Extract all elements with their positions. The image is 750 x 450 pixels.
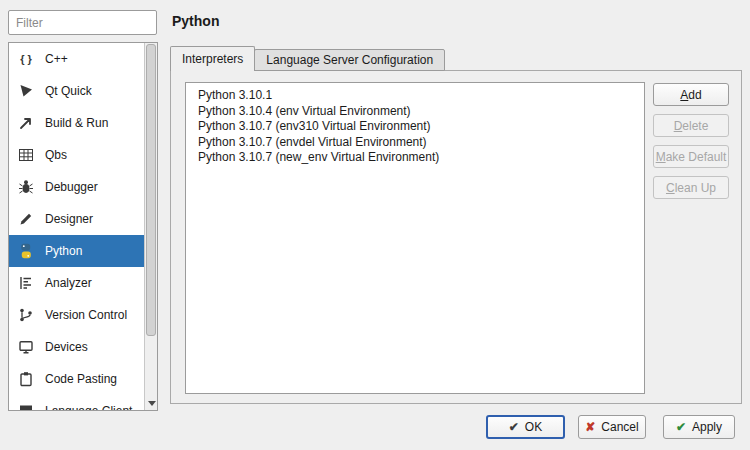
svg-text:{ }: { } bbox=[20, 53, 32, 65]
tab-interpreters[interactable]: Interpreters bbox=[170, 46, 255, 71]
pennant-icon bbox=[16, 81, 36, 101]
tab-bar: Interpreters Language Server Configurati… bbox=[170, 46, 444, 71]
scrollbar-down-arrow-icon[interactable] bbox=[145, 396, 158, 410]
delete-button[interactable]: Delete bbox=[653, 114, 729, 137]
list-item[interactable]: Python 3.10.1 bbox=[186, 88, 644, 104]
cancel-icon: ✘ bbox=[585, 421, 595, 433]
interpreter-list[interactable]: Python 3.10.1 Python 3.10.4 (env Virtual… bbox=[185, 82, 645, 394]
meter-icon bbox=[16, 273, 36, 293]
diagonal-arrow-icon bbox=[16, 113, 36, 133]
clean-up-button[interactable]: Clean Up bbox=[653, 176, 729, 199]
sidebar-item-python[interactable]: Python bbox=[9, 235, 144, 267]
ok-icon: ✔ bbox=[509, 421, 519, 433]
interpreter-actions: Add Delete Make Default Clean Up bbox=[653, 83, 729, 199]
grid-icon bbox=[16, 145, 36, 165]
sidebar-item-label: Designer bbox=[45, 212, 93, 226]
cancel-button-label: Cancel bbox=[601, 420, 638, 434]
apply-button-label: Apply bbox=[692, 420, 722, 434]
sidebar-item-version-control[interactable]: Version Control bbox=[9, 299, 144, 331]
add-button[interactable]: Add bbox=[653, 83, 729, 106]
sidebar-item-language-client[interactable]: Language Client bbox=[9, 395, 144, 411]
sidebar-item-label: C++ bbox=[45, 52, 68, 66]
sidebar-item-label: Qbs bbox=[45, 148, 67, 162]
page-title: Python bbox=[172, 13, 219, 29]
bug-icon bbox=[16, 177, 36, 197]
interpreters-panel: Python 3.10.1 Python 3.10.4 (env Virtual… bbox=[170, 70, 742, 404]
sidebar-item-cpp[interactable]: { } C++ bbox=[9, 43, 144, 75]
cancel-button[interactable]: ✘ Cancel bbox=[578, 415, 646, 439]
sidebar-item-label: Debugger bbox=[45, 180, 98, 194]
make-default-button[interactable]: Make Default bbox=[653, 145, 729, 168]
apply-icon: ✔ bbox=[676, 421, 686, 433]
ok-button-label: OK bbox=[525, 420, 542, 434]
sidebar-item-label: Devices bbox=[45, 340, 88, 354]
sidebar-item-label: Build & Run bbox=[45, 116, 108, 130]
sidebar-item-label: Version Control bbox=[45, 308, 127, 322]
sidebar-item-label: Code Pasting bbox=[45, 372, 117, 386]
list-item[interactable]: Python 3.10.7 (new_env Virtual Environme… bbox=[186, 150, 644, 166]
sidebar-item-label: Qt Quick bbox=[45, 84, 92, 98]
braces-icon: { } bbox=[16, 49, 36, 69]
sidebar-item-label: Python bbox=[45, 244, 82, 258]
apply-button[interactable]: ✔ Apply bbox=[663, 415, 735, 439]
clean-up-button-label: Clean Up bbox=[654, 181, 728, 195]
tab-language-server-configuration[interactable]: Language Server Configuration bbox=[254, 49, 445, 71]
list-item[interactable]: Python 3.10.7 (env310 Virtual Environmen… bbox=[186, 119, 644, 135]
sidebar-item-qbs[interactable]: Qbs bbox=[9, 139, 144, 171]
branch-icon bbox=[16, 305, 36, 325]
list-item[interactable]: Python 3.10.7 (envdel Virtual Environmen… bbox=[186, 135, 644, 151]
sidebar-item-build-run[interactable]: Build & Run bbox=[9, 107, 144, 139]
sidebar-item-code-pasting[interactable]: Code Pasting bbox=[9, 363, 144, 395]
monitor-icon bbox=[16, 337, 36, 357]
ok-button[interactable]: ✔ OK bbox=[486, 415, 565, 439]
scrollbar-thumb[interactable] bbox=[146, 44, 156, 336]
make-default-button-label: Make Default bbox=[654, 150, 728, 164]
sidebar-item-debugger[interactable]: Debugger bbox=[9, 171, 144, 203]
category-list: { } C++ Qt Quick Build & Run bbox=[9, 43, 144, 411]
sidebar-item-qt-quick[interactable]: Qt Quick bbox=[9, 75, 144, 107]
sidebar-item-analyzer[interactable]: Analyzer bbox=[9, 267, 144, 299]
sidebar-item-designer[interactable]: Designer bbox=[9, 203, 144, 235]
sidebar-scrollbar[interactable] bbox=[144, 43, 157, 410]
delete-button-label: Delete bbox=[654, 119, 728, 133]
sidebar-item-label: Language Client bbox=[45, 404, 132, 411]
sidebar-item-devices[interactable]: Devices bbox=[9, 331, 144, 363]
clipboard-icon bbox=[16, 369, 36, 389]
python-icon bbox=[16, 241, 36, 261]
list-item[interactable]: Python 3.10.4 (env Virtual Environment) bbox=[186, 104, 644, 120]
filter-input[interactable] bbox=[8, 10, 157, 35]
category-sidebar: { } C++ Qt Quick Build & Run bbox=[8, 42, 158, 411]
speech-bubble-icon bbox=[16, 401, 36, 411]
add-button-label: Add bbox=[654, 88, 728, 102]
sidebar-item-label: Analyzer bbox=[45, 276, 92, 290]
pencil-icon bbox=[16, 209, 36, 229]
